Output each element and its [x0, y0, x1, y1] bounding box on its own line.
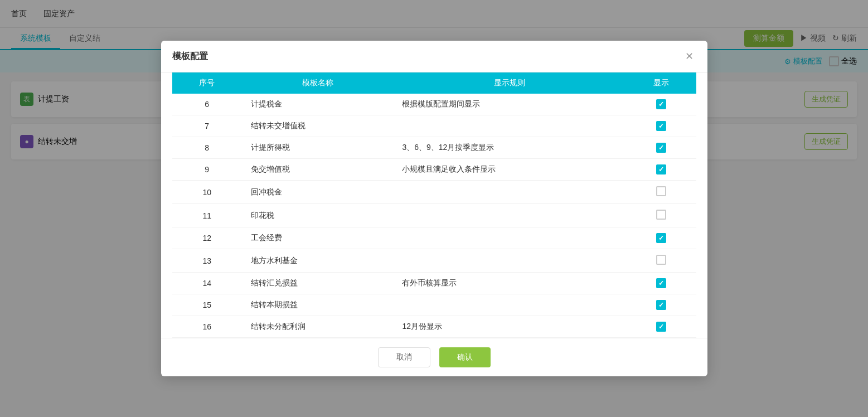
cell-name-8: 结转汇兑损益	[242, 273, 394, 294]
cell-seq-0: 6	[172, 94, 242, 115]
cell-name-1: 结转未交增值税	[242, 115, 394, 137]
cell-seq-5: 11	[172, 204, 242, 227]
cell-display-0	[626, 94, 696, 115]
dialog-title: 模板配置	[172, 51, 208, 62]
dialog-close-button[interactable]: ✕	[683, 50, 696, 63]
table-row: 14结转汇兑损益有外币核算显示	[172, 273, 696, 294]
checkbox-0[interactable]	[656, 99, 666, 109]
cell-seq-8: 14	[172, 273, 242, 294]
col-header-rule: 显示规则	[393, 72, 626, 94]
checkbox-10[interactable]	[656, 322, 666, 332]
cell-display-1	[626, 115, 696, 137]
cell-seq-9: 15	[172, 294, 242, 316]
confirm-button[interactable]: 确认	[439, 347, 491, 367]
table-row: 13地方水利基金	[172, 249, 696, 273]
cell-display-7	[626, 249, 696, 273]
cell-rule-6	[393, 227, 626, 249]
checkbox-6[interactable]	[656, 233, 666, 243]
table-header-row: 序号 模板名称 显示规则 显示	[172, 72, 696, 94]
cell-display-3	[626, 159, 696, 181]
table-row: 15结转本期损益	[172, 294, 696, 316]
cell-display-8	[626, 273, 696, 294]
checkbox-2[interactable]	[656, 143, 666, 153]
template-table: 序号 模板名称 显示规则 显示 6计提税金根据模版配置期间显示7结转未交增值税8…	[172, 72, 696, 338]
checkbox-7[interactable]	[656, 255, 666, 265]
background-page: 首页 固定资产 系统模板 自定义结 测算金额 ▶ 视频 ↻ 刷新 ⚙ 模板配置 …	[0, 0, 868, 417]
table-row: 8计提所得税3、6、9、12月按季度显示	[172, 137, 696, 159]
cell-rule-0: 根据模版配置期间显示	[393, 94, 626, 115]
cell-rule-10: 12月份显示	[393, 316, 626, 338]
cell-name-4: 回冲税金	[242, 181, 394, 204]
checkbox-3[interactable]	[656, 164, 666, 174]
dialog-header: 模板配置 ✕	[161, 41, 707, 72]
checkbox-8[interactable]	[656, 278, 666, 288]
cell-name-2: 计提所得税	[242, 137, 394, 159]
cell-display-2	[626, 137, 696, 159]
cell-name-0: 计提税金	[242, 94, 394, 115]
cell-seq-10: 16	[172, 316, 242, 338]
modal-overlay: 模板配置 ✕ 序号 模板名称 显示规则 显示 6计提税金根据模版配置期间显示7结…	[0, 0, 868, 417]
dialog-footer: 取消 确认	[161, 338, 707, 376]
cell-name-6: 工会经费	[242, 227, 394, 249]
cell-display-4	[626, 181, 696, 204]
col-header-display: 显示	[626, 72, 696, 94]
cell-name-3: 免交增值税	[242, 159, 394, 181]
cell-rule-8: 有外币核算显示	[393, 273, 626, 294]
cell-rule-7	[393, 249, 626, 273]
cell-rule-4	[393, 181, 626, 204]
cancel-button[interactable]: 取消	[378, 347, 430, 367]
cell-rule-3: 小规模且满足收入条件显示	[393, 159, 626, 181]
table-row: 7结转未交增值税	[172, 115, 696, 137]
template-config-dialog: 模板配置 ✕ 序号 模板名称 显示规则 显示 6计提税金根据模版配置期间显示7结…	[161, 41, 707, 376]
checkbox-9[interactable]	[656, 300, 666, 310]
table-row: 12工会经费	[172, 227, 696, 249]
table-row: 11印花税	[172, 204, 696, 227]
cell-seq-7: 13	[172, 249, 242, 273]
checkbox-5[interactable]	[656, 210, 666, 220]
cell-rule-1	[393, 115, 626, 137]
cell-display-6	[626, 227, 696, 249]
cell-display-9	[626, 294, 696, 316]
cell-display-10	[626, 316, 696, 338]
cell-rule-9	[393, 294, 626, 316]
table-row: 16结转未分配利润12月份显示	[172, 316, 696, 338]
table-row: 9免交增值税小规模且满足收入条件显示	[172, 159, 696, 181]
cell-display-5	[626, 204, 696, 227]
cell-name-5: 印花税	[242, 204, 394, 227]
table-row: 6计提税金根据模版配置期间显示	[172, 94, 696, 115]
checkbox-1[interactable]	[656, 121, 666, 131]
cell-seq-2: 8	[172, 137, 242, 159]
cell-name-10: 结转未分配利润	[242, 316, 394, 338]
cell-seq-4: 10	[172, 181, 242, 204]
checkbox-4[interactable]	[656, 186, 666, 196]
dialog-body: 序号 模板名称 显示规则 显示 6计提税金根据模版配置期间显示7结转未交增值税8…	[161, 72, 707, 338]
cell-seq-1: 7	[172, 115, 242, 137]
col-header-name: 模板名称	[242, 72, 394, 94]
cell-name-9: 结转本期损益	[242, 294, 394, 316]
cell-rule-5	[393, 204, 626, 227]
col-header-seq: 序号	[172, 72, 242, 94]
cell-seq-6: 12	[172, 227, 242, 249]
cell-seq-3: 9	[172, 159, 242, 181]
cell-name-7: 地方水利基金	[242, 249, 394, 273]
table-row: 10回冲税金	[172, 181, 696, 204]
cell-rule-2: 3、6、9、12月按季度显示	[393, 137, 626, 159]
